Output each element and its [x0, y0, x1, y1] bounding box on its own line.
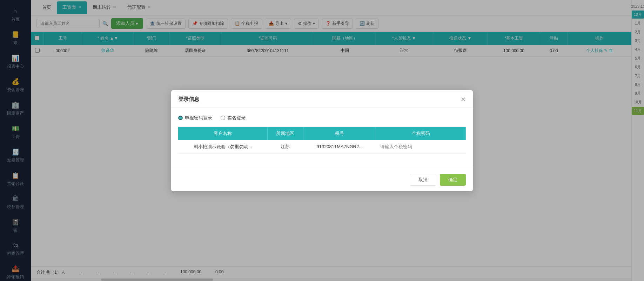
dialog-col-region: 所属地区	[267, 127, 303, 140]
radio-realname-login[interactable]: 实名登录	[221, 115, 246, 121]
dialog-col-name: 客户名称	[178, 127, 267, 140]
login-dialog: 登录信息 ✕ 申报密码登录 实名登录 客户名称	[171, 90, 473, 191]
dialog-body: 申报密码登录 实名登录 客户名称 所属地区 税号 个税密码	[171, 108, 473, 161]
dialog-overlay[interactable]: 登录信息 ✕ 申报密码登录 实名登录 客户名称	[0, 0, 644, 281]
radio-password-login[interactable]: 申报密码登录	[178, 115, 212, 121]
radio-group: 申报密码登录 实名登录	[178, 115, 466, 121]
dialog-row-taxid: 91320811MA7NGR2...	[303, 140, 376, 154]
dialog-col-password: 个税密码	[376, 127, 466, 140]
cancel-button[interactable]: 取消	[410, 174, 436, 186]
dialog-table: 客户名称 所属地区 税号 个税密码 刘小艳演示账套（勿删勿动... 江苏 913…	[178, 127, 466, 154]
dialog-table-row: 刘小艳演示账套（勿删勿动... 江苏 91320811MA7NGR2...	[178, 140, 466, 154]
dialog-row-name: 刘小艳演示账套（勿删勿动...	[178, 140, 267, 154]
dialog-row-password[interactable]	[376, 140, 466, 154]
radio-realname-input[interactable]	[221, 116, 225, 120]
dialog-footer: 取消 确定	[171, 168, 473, 191]
radio-realname-label: 实名登录	[227, 115, 246, 121]
dialog-header: 登录信息 ✕	[171, 90, 473, 108]
radio-password-label: 申报密码登录	[185, 115, 212, 121]
radio-password-input[interactable]	[178, 116, 183, 120]
confirm-button[interactable]: 确定	[440, 174, 466, 186]
dialog-row-region: 江苏	[267, 140, 303, 154]
dialog-col-taxid: 税号	[303, 127, 376, 140]
dialog-title: 登录信息	[178, 96, 199, 103]
password-input[interactable]	[380, 144, 462, 149]
dialog-close-button[interactable]: ✕	[461, 96, 466, 103]
